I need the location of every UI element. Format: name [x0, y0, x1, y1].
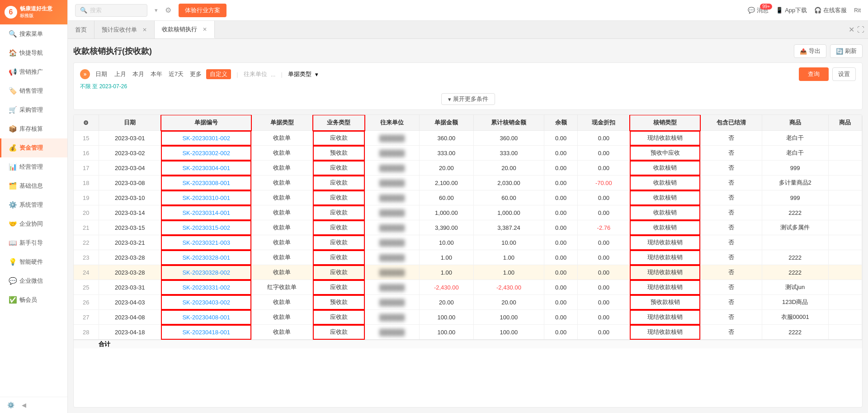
- date-opt-custom[interactable]: 自定义: [206, 69, 231, 79]
- cell-biz-type: 应收款: [313, 325, 365, 340]
- cell-include-settled: 否: [700, 250, 762, 265]
- cell-amount: 1.00: [419, 265, 473, 280]
- sidebar-item-member[interactable]: ✅ 畅会员: [0, 290, 67, 309]
- bill-no-link[interactable]: SK-20230302-002: [182, 150, 230, 157]
- sidebar-item-guide[interactable]: 📖 新手引导: [0, 233, 67, 252]
- expand-conditions-btn[interactable]: ▾ 展开更多条件: [441, 93, 495, 105]
- cell-date: 2023-03-01: [99, 131, 161, 146]
- sidebar-item-quicknav[interactable]: 🏠 快捷导航: [0, 43, 67, 62]
- messages-badge[interactable]: 💬 消息 99+: [748, 6, 769, 14]
- sidebar-item-basic[interactable]: 🗂️ 基础信息: [0, 176, 67, 195]
- sidebar-item-sales[interactable]: 🏷️ 销售管理: [0, 81, 67, 100]
- cell-writeoff-amount: -2,430.00: [473, 280, 544, 295]
- sidebar-settings-icon[interactable]: ⚙️: [7, 402, 14, 408]
- table-row: 15 2023-03-01 SK-20230301-002 收款单 应收款 ██…: [74, 131, 862, 146]
- cell-index: 25: [74, 280, 99, 295]
- bill-no-link[interactable]: SK-20230321-003: [182, 239, 230, 246]
- tab-writeoff[interactable]: 收款核销执行 ✕: [155, 21, 215, 38]
- sidebar-label-basic: 基础信息: [19, 182, 43, 190]
- bill-no-link[interactable]: SK-20230315-002: [182, 224, 230, 231]
- cell-product: 测试jun: [762, 280, 828, 295]
- table-container[interactable]: ⚙ 日期 单据编号 单据类型 业务类型 往来单位 单据金额 累计核销金额 余额 …: [74, 115, 862, 407]
- tab-close-all-icon[interactable]: ✕: [849, 25, 854, 34]
- sidebar-item-finance[interactable]: 💰 资金管理: [0, 138, 67, 157]
- bill-no-link[interactable]: SK-20230418-001: [182, 329, 230, 336]
- query-button[interactable]: 查询: [799, 67, 829, 81]
- cell-balance: 0.00: [544, 161, 578, 176]
- cell-writeoff-amount: 100.00: [473, 325, 544, 340]
- table-row: 19 2023-03-10 SK-20230310-001 收款单 应收款 ██…: [74, 190, 862, 205]
- app-icon: 📱: [776, 7, 783, 14]
- sidebar-item-inventory[interactable]: 📦 库存核算: [0, 119, 67, 138]
- app-download-label: App下载: [785, 6, 807, 14]
- bill-no-link[interactable]: SK-20230308-001: [182, 180, 230, 186]
- sidebar-label-member: 畅会员: [19, 296, 37, 304]
- user-name[interactable]: Rit: [854, 7, 861, 14]
- date-opt-lastmonth[interactable]: 上月: [113, 69, 128, 79]
- cell-writeoff-type: 收款核销: [630, 220, 700, 235]
- sidebar-label-purchase: 采购管理: [19, 106, 43, 114]
- cell-date: 2023-03-10: [99, 190, 161, 205]
- export-button[interactable]: 📤 导出: [794, 44, 826, 58]
- sidebar-item-wechat[interactable]: 💬 企业微信: [0, 271, 67, 290]
- cell-balance: 0.00: [544, 265, 578, 280]
- bill-no-link[interactable]: SK-20230304-001: [182, 165, 230, 171]
- bill-no-link[interactable]: SK-20230301-002: [182, 135, 230, 142]
- cell-product: 老白干: [762, 131, 828, 146]
- sales-icon: 🏷️: [9, 87, 16, 95]
- bill-no-link[interactable]: SK-20230331-002: [182, 284, 230, 291]
- tab-maximize-icon[interactable]: ⛶: [857, 26, 864, 34]
- cell-balance: 0.00: [544, 235, 578, 250]
- refresh-button[interactable]: 🔄 刷新: [830, 44, 863, 58]
- cell-partner: ██████: [365, 176, 419, 190]
- tab-receivable[interactable]: 预计应收付单 ✕: [94, 21, 155, 38]
- filter-expand-btn[interactable]: »: [80, 69, 90, 79]
- sidebar-item-hardware[interactable]: 💡 智能硬件: [0, 252, 67, 271]
- date-opt-more[interactable]: 更多: [188, 69, 203, 79]
- cell-writeoff-type: 现结收款核销: [630, 265, 700, 280]
- sidebar-label-guide: 新手引导: [19, 239, 43, 247]
- bill-no-link[interactable]: SK-20230328-001: [182, 254, 230, 261]
- bill-no-link[interactable]: SK-20230314-001: [182, 209, 230, 216]
- topbar-search[interactable]: 🔍 搜索: [75, 4, 147, 17]
- topbar-gear-icon[interactable]: ⚙: [165, 6, 171, 14]
- bill-no-link[interactable]: SK-20230310-001: [182, 195, 230, 201]
- date-opt-thisyear[interactable]: 本年: [149, 69, 164, 79]
- cell-writeoff-amount: 1.00: [473, 265, 544, 280]
- cell-product2: [828, 220, 862, 235]
- sidebar-item-enterprise[interactable]: 🤝 企业协同: [0, 214, 67, 233]
- settings-button[interactable]: 设置: [832, 67, 856, 81]
- cell-partner: ██████: [365, 205, 419, 220]
- cell-partner: ██████: [365, 295, 419, 310]
- sidebar-item-system[interactable]: ⚙️ 系统管理: [0, 195, 67, 214]
- date-opt-7days[interactable]: 近7天: [167, 69, 185, 79]
- bill-no-link[interactable]: SK-20230403-002: [182, 299, 230, 306]
- bill-no-link[interactable]: SK-20230328-002: [182, 269, 230, 276]
- cell-include-settled: 否: [700, 190, 762, 205]
- home-icon: 🏠: [9, 49, 16, 57]
- cell-date: 2023-03-21: [99, 235, 161, 250]
- table-row: 17 2023-03-04 SK-20230304-001 收款单 应收款 ██…: [74, 161, 862, 176]
- sidebar-nav: 🔍 搜索菜单 🏠 快捷导航 📢 营销推广 🏷️ 销售管理 🛒 采购管理 📦 库存…: [0, 24, 67, 397]
- industry-btn[interactable]: 体验行业方案: [179, 4, 226, 17]
- sidebar-label-finance: 资金管理: [19, 144, 43, 152]
- tab-writeoff-close[interactable]: ✕: [203, 26, 207, 33]
- cell-discount: 0.00: [578, 310, 630, 325]
- sidebar-collapse-icon[interactable]: ◀: [22, 402, 26, 408]
- cell-date: 2023-03-15: [99, 220, 161, 235]
- sidebar-item-marketing[interactable]: 📢 营销推广: [0, 62, 67, 81]
- doc-type-chevron[interactable]: ▾: [315, 71, 318, 78]
- sidebar-item-purchase[interactable]: 🛒 采购管理: [0, 100, 67, 119]
- sidebar-item-operations[interactable]: 📊 经营管理: [0, 157, 67, 176]
- cell-partner: ██████: [365, 131, 419, 146]
- operations-icon: 📊: [9, 163, 16, 171]
- date-opt-thismonth[interactable]: 本月: [131, 69, 146, 79]
- sidebar-item-search[interactable]: 🔍 搜索菜单: [0, 24, 67, 43]
- cell-product: 衣服00001: [762, 310, 828, 325]
- tab-receivable-close[interactable]: ✕: [142, 27, 147, 33]
- bill-no-link[interactable]: SK-20230408-001: [182, 314, 230, 321]
- topbar-chevron-icon[interactable]: ▾: [155, 7, 158, 14]
- tab-home[interactable]: 首页: [68, 21, 94, 38]
- app-download[interactable]: 📱 App下载: [776, 6, 807, 14]
- customer-service[interactable]: 🎧 在线客服: [814, 6, 847, 14]
